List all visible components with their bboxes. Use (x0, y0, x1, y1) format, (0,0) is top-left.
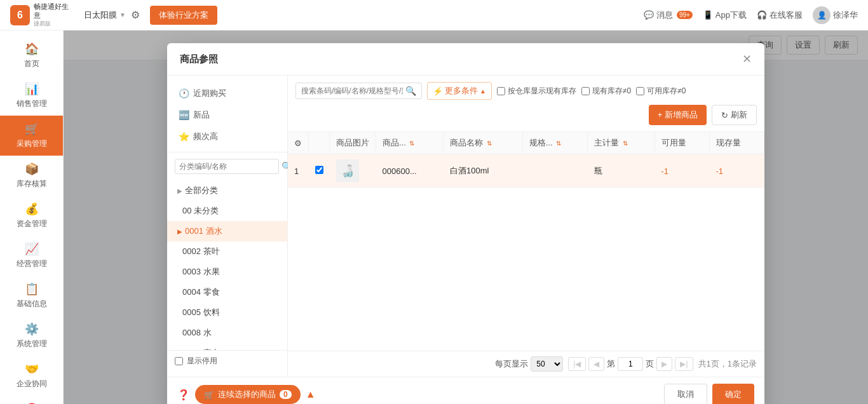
next-page-button[interactable]: ▶ (656, 357, 672, 371)
avail-nonzero-checkbox[interactable] (636, 87, 644, 95)
warehouse-stock-checkbox[interactable] (497, 87, 505, 95)
product-table: ⚙ 商品图片 商品... ⇅ 商品名称 (288, 132, 764, 188)
col-settings[interactable]: ⚙ (288, 132, 309, 154)
category-0010[interactable]: 0010 家电 (167, 343, 287, 350)
col-checkbox (309, 132, 330, 154)
row-code: 000600... (376, 154, 444, 188)
warehouse-stock-check[interactable]: 按仓库显示现有库存 (497, 86, 576, 97)
prev-page-button[interactable]: ◀ (588, 357, 604, 371)
sidebar-item-home[interactable]: 🏠 首页 (0, 36, 63, 76)
sidebar-item-inventory[interactable]: 📦 库存核算 (0, 156, 63, 196)
collapse-footer-icon[interactable]: ▲ (306, 389, 316, 400)
help-icon[interactable]: ❓ (177, 389, 190, 401)
stock-nonzero-check[interactable]: 现有库存≠0 (581, 86, 631, 97)
more-filter-button[interactable]: ⚡ 更多条件 ▲ (427, 82, 492, 100)
stock-nonzero-checkbox[interactable] (581, 87, 590, 95)
tab-recent-purchase[interactable]: 🕐 近期购买 (172, 83, 282, 104)
basic-info-icon: 📋 (25, 282, 39, 296)
right-panel: 🔍 ⚡ 更多条件 ▲ 按仓库显示现有库存 (288, 76, 764, 377)
purchase-icon: 🛒 (25, 122, 39, 136)
high-freq-icon: ⭐ (179, 131, 189, 142)
sidebar-item-enterprise[interactable]: 🤝 企业协同 (0, 356, 63, 396)
app-download-nav-item[interactable]: 📱 App下载 (703, 10, 747, 21)
add-product-button[interactable]: + 新增商品 (649, 105, 707, 125)
home-icon: 🏠 (25, 42, 39, 56)
per-page-dropdown[interactable]: 10 20 50 100 (531, 356, 563, 372)
sidebar-item-basic-info[interactable]: 📋 基础信息 (0, 276, 63, 316)
sidebar-label-finance: 资金管理 (17, 219, 47, 229)
filter-icon: ⚡ (433, 86, 443, 96)
category-0004[interactable]: 0004 零食 (167, 282, 287, 302)
messages-nav-item[interactable]: 💬 消息 99+ (644, 10, 693, 21)
sidebar-item-system[interactable]: ⚙️ 系统管理 (0, 316, 63, 356)
confirm-button[interactable]: 确定 (712, 384, 754, 404)
sidebar-item-purchase[interactable]: 🛒 采购管理 (0, 116, 63, 156)
sidebar-item-finance[interactable]: 💰 资金管理 (0, 196, 63, 236)
col-unit[interactable]: 主计量 ⇅ (588, 132, 655, 154)
modal-close-button[interactable]: ✕ (742, 52, 752, 66)
category-search-input[interactable] (175, 159, 279, 174)
sort-code-icon: ⇅ (409, 140, 414, 147)
sidebar-label-basic-info: 基础信息 (17, 299, 47, 309)
col-available: 可用量 (654, 132, 709, 154)
row-spec (522, 154, 588, 188)
product-toolbar: 🔍 ⚡ 更多条件 ▲ 按仓库显示现有库存 (288, 76, 764, 132)
sidebar-label-system: 系统管理 (17, 339, 47, 349)
logo-sub: 捷易版 (34, 20, 74, 28)
pagination-row: 每页显示 10 20 50 100 |◀ ◀ (288, 351, 764, 377)
sidebar-item-sales[interactable]: 📊 销售管理 (0, 76, 63, 116)
sidebar-item-operations[interactable]: 📈 经营管理 (0, 236, 63, 276)
product-search-submit-icon[interactable]: 🔍 (405, 86, 416, 96)
online-service-nav-item[interactable]: 🎧 在线客服 (757, 10, 803, 21)
col-name[interactable]: 商品名称 ⇅ (444, 132, 522, 154)
modal-footer: ❓ 🛒 连续选择的商品 0 ▲ 取消 确定 (167, 377, 764, 404)
category-00[interactable]: 00 未分类 (167, 201, 287, 221)
category-0005[interactable]: 0005 饮料 (167, 302, 287, 323)
refresh-button[interactable]: ↻ 刷新 (712, 105, 757, 125)
per-page-label: 每页显示 (495, 358, 528, 370)
show-disabled-checkbox[interactable] (175, 357, 183, 365)
category-0008[interactable]: 0008 水 (167, 323, 287, 343)
tab-high-frequency[interactable]: ⭐ 频次高 (172, 126, 282, 147)
cat-0002-label: 0002 茶叶 (182, 246, 220, 257)
category-0001[interactable]: ▶ 0001 酒水 (167, 221, 287, 241)
filter-chevron-icon: ▲ (480, 88, 486, 95)
logo-area: 6 畅捷通好生意 捷易版 (10, 2, 74, 29)
store-selector[interactable]: 日太阳膜 ▼ (84, 10, 126, 21)
category-all[interactable]: ▶ 全部分类 (167, 180, 287, 201)
cart-button[interactable]: 🛒 连续选择的商品 0 (195, 385, 301, 404)
row-name: 白酒100ml (444, 154, 522, 188)
settings-icon[interactable]: ⚙ (131, 9, 140, 21)
sort-unit-icon: ⇅ (623, 140, 628, 147)
table-row[interactable]: 1 🍶 000600... 白酒100ml (288, 154, 764, 188)
product-search-input[interactable] (301, 86, 403, 95)
user-nav-item[interactable]: 👤 徐泽华 (813, 6, 858, 24)
messages-badge: 99+ (677, 11, 693, 19)
last-page-button[interactable]: ▶| (675, 357, 693, 371)
left-divider (167, 152, 287, 152)
first-page-button[interactable]: |◀ (568, 357, 586, 371)
experience-btn[interactable]: 体验行业方案 (150, 6, 217, 25)
content-area: 查询 设置 刷新 商品参照 ✕ (64, 30, 868, 404)
tab-new-products[interactable]: 🆕 新品 (172, 105, 282, 125)
page-word: 第 (607, 358, 615, 370)
category-0003[interactable]: 0003 水果 (167, 262, 287, 282)
cat-0003-label: 0003 水果 (182, 266, 220, 278)
row-num: 1 (288, 154, 309, 188)
col-spec[interactable]: 规格... ⇅ (522, 132, 588, 154)
page-number-input[interactable] (618, 357, 643, 371)
cat-0001-arrow-icon: ▶ (177, 228, 182, 235)
table-header: ⚙ 商品图片 商品... ⇅ 商品名称 (288, 132, 764, 154)
category-0002[interactable]: 0002 茶叶 (167, 241, 287, 262)
col-code[interactable]: 商品... ⇅ (376, 132, 444, 154)
sort-spec-icon: ⇅ (556, 140, 561, 147)
row-checkbox-cell[interactable] (309, 154, 330, 188)
sidebar-item-guide[interactable]: 🎯 新手引导 (0, 396, 63, 404)
modal-backdrop: 商品参照 ✕ 🕐 近期购买 🆕 (64, 30, 868, 404)
sidebar-label-operations: 经营管理 (17, 259, 47, 269)
cat-0008-label: 0008 水 (182, 327, 212, 339)
refresh-icon: ↻ (721, 111, 728, 120)
cancel-button[interactable]: 取消 (664, 384, 707, 404)
avail-nonzero-check[interactable]: 可用库存≠0 (636, 86, 686, 97)
row-checkbox[interactable] (315, 166, 323, 174)
